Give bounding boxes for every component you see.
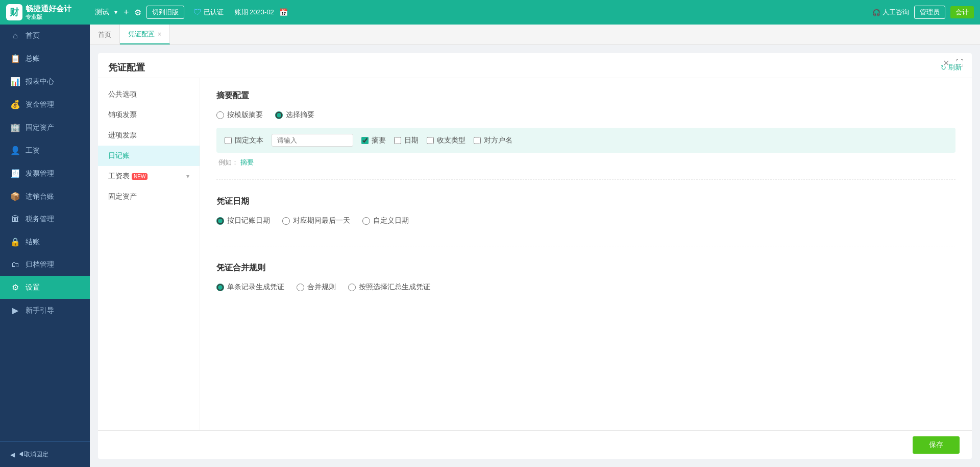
merge-section: 凭证合并规则 单条记录生成凭证 合并规则: [216, 263, 955, 312]
sidebar-label-settings: 设置: [26, 283, 40, 292]
logo-icon: 财: [6, 4, 22, 20]
content-area: ✕ ⛶ 凭证配置 ↻ 刷新 公共选项销项发票进项发票日记账工资表NEW▾固定资产: [90, 45, 980, 467]
left-nav-item-purchase_invoice[interactable]: 进项发票: [98, 125, 200, 146]
sidebar-item-invoice_mgmt[interactable]: 🧾发票管理: [0, 162, 90, 185]
sidebar-icon-close: 🔒: [10, 237, 20, 247]
company-chevron-icon[interactable]: ▾: [114, 9, 117, 16]
date-checkbox-label[interactable]: 日期: [394, 136, 419, 145]
page-body: 公共选项销项发票进项发票日记账工资表NEW▾固定资产 摘要配置 按模版摘要: [98, 78, 972, 430]
left-nav-item-payroll_table[interactable]: 工资表NEW▾: [98, 166, 200, 186]
example-value: 摘要: [240, 158, 254, 166]
sidebar-item-home[interactable]: ⌂首页: [0, 25, 90, 47]
switch-old-button[interactable]: 切到旧版: [146, 6, 184, 19]
sidebar-icon-home: ⌂: [10, 31, 20, 40]
left-nav-label-payroll_table: 工资表NEW: [108, 172, 148, 181]
fixed-text-input[interactable]: [272, 134, 353, 147]
period-last-radio[interactable]: [282, 217, 290, 225]
example-prefix: 例如：: [218, 158, 238, 166]
sidebar-item-ledger[interactable]: 📋总账: [0, 47, 90, 70]
date-section: 凭证日期 按日记账日期 对应期间最后一天: [216, 196, 955, 246]
sidebar-icon-assets: 🏢: [10, 123, 20, 132]
counterpart-checkbox-label[interactable]: 对方户名: [474, 136, 512, 145]
sidebar-label-payroll: 工资: [26, 146, 40, 155]
journal-date-radio[interactable]: [216, 217, 224, 225]
merge-rule-radio[interactable]: [297, 284, 304, 291]
sidebar-item-sales_ledger[interactable]: 📦进销台账: [0, 185, 90, 208]
sidebar-label-tax: 税务管理: [26, 215, 54, 224]
add-company-button[interactable]: +: [124, 7, 129, 18]
sidebar-label-sales_ledger: 进销台账: [26, 192, 54, 201]
date-checkbox[interactable]: [394, 137, 401, 144]
sidebar-item-reports[interactable]: 📊报表中心: [0, 70, 90, 93]
summary-checkbox-label[interactable]: 摘要: [361, 136, 386, 145]
merge-radio-group: 单条记录生成凭证 合并规则 按照选择汇总生成凭证: [216, 283, 955, 292]
left-nav-item-fixed_assets[interactable]: 固定资产: [98, 186, 200, 207]
custom-date-radio-text: 自定义日期: [373, 216, 409, 225]
summary-title: 摘要配置: [216, 90, 955, 101]
tab-close-voucher_config[interactable]: ×: [158, 31, 161, 38]
maximize-button[interactable]: ⛶: [955, 59, 964, 68]
select-merge-radio[interactable]: [348, 284, 356, 291]
fixed-text-checkbox-label[interactable]: 固定文本: [225, 136, 263, 145]
income-type-checkbox-label[interactable]: 收支类型: [427, 136, 465, 145]
sidebar-label-archive: 归档管理: [26, 260, 54, 269]
left-nav-item-journal[interactable]: 日记账: [98, 146, 200, 166]
sidebar-item-funds[interactable]: 💰资金管理: [0, 93, 90, 116]
pin-button[interactable]: ◀ ◀取消固定: [5, 447, 85, 462]
period-last-radio-label[interactable]: 对应期间最后一天: [282, 216, 350, 225]
select-radio-label[interactable]: 选择摘要: [275, 110, 314, 120]
pin-label: ◀取消固定: [18, 450, 48, 459]
admin-button[interactable]: 管理员: [914, 6, 945, 19]
single-radio[interactable]: [216, 284, 224, 291]
sidebar-item-close[interactable]: 🔒结账: [0, 230, 90, 253]
layout: ⌂首页📋总账📊报表中心💰资金管理🏢固定资产👤工资🧾发票管理📦进销台账🏛税务管理🔒…: [0, 25, 980, 467]
merge-rule-radio-text: 合并规则: [307, 283, 336, 292]
sidebar-item-archive[interactable]: 🗂归档管理: [0, 253, 90, 276]
sidebar-icon-ledger: 📋: [10, 54, 20, 63]
sidebar-label-home: 首页: [26, 31, 40, 40]
consult-label: 人工咨询: [883, 8, 909, 17]
left-nav-item-public[interactable]: 公共选项: [98, 84, 200, 105]
select-merge-radio-label[interactable]: 按照选择汇总生成凭证: [348, 283, 430, 292]
summary-section: 摘要配置 按模版摘要 选择摘要: [216, 90, 955, 180]
save-button[interactable]: 保存: [913, 436, 960, 454]
single-radio-label[interactable]: 单条记录生成凭证: [216, 283, 284, 292]
sidebar-label-reports: 报表中心: [26, 77, 54, 86]
sidebar-item-guide[interactable]: ▶新手引导: [0, 299, 90, 322]
settings-icon[interactable]: ⚙: [134, 8, 141, 17]
summary-checkbox[interactable]: [361, 137, 369, 144]
new-badge-payroll_table: NEW: [132, 173, 148, 180]
close-window-button[interactable]: ✕: [943, 58, 949, 68]
sidebar-item-tax[interactable]: 🏛税务管理: [0, 208, 90, 230]
sidebar-item-settings[interactable]: ⚙设置: [0, 276, 90, 299]
sidebar-label-funds: 资金管理: [26, 100, 54, 109]
left-nav-item-sales_invoice[interactable]: 销项发票: [98, 105, 200, 125]
consult-button[interactable]: 🎧 人工咨询: [872, 8, 909, 17]
main-area: 首页凭证配置× ✕ ⛶ 凭证配置 ↻ 刷新: [90, 25, 980, 467]
headset-icon: 🎧: [872, 9, 880, 16]
sidebar-scroll: ⌂首页📋总账📊报表中心💰资金管理🏢固定资产👤工资🧾发票管理📦进销台账🏛税务管理🔒…: [0, 25, 90, 441]
sidebar-icon-archive: 🗂: [10, 260, 20, 269]
template-radio[interactable]: [216, 111, 224, 119]
date-radio-group: 按日记账日期 对应期间最后一天 自定义日期: [216, 216, 955, 225]
counterpart-checkbox[interactable]: [474, 137, 481, 144]
template-radio-label[interactable]: 按模版摘要: [216, 110, 263, 120]
tab-home[interactable]: 首页: [90, 25, 120, 44]
merge-rule-radio-label[interactable]: 合并规则: [297, 283, 336, 292]
role-button[interactable]: 会计: [950, 6, 974, 18]
income-type-checkbox[interactable]: [427, 137, 434, 144]
custom-date-radio-label[interactable]: 自定义日期: [362, 216, 409, 225]
left-nav-label-sales_invoice: 销项发票: [108, 110, 137, 119]
calendar-icon[interactable]: 📅: [279, 8, 288, 16]
sidebar-label-invoice_mgmt: 发票管理: [26, 169, 54, 178]
sidebar-item-payroll[interactable]: 👤工资: [0, 139, 90, 162]
select-radio[interactable]: [275, 111, 283, 119]
custom-date-radio[interactable]: [362, 217, 370, 225]
period-last-radio-text: 对应期间最后一天: [293, 216, 350, 225]
summary-checkbox-row: 固定文本 摘要 日期: [216, 128, 955, 153]
fixed-text-checkbox[interactable]: [225, 137, 232, 144]
tab-voucher_config[interactable]: 凭证配置×: [120, 25, 170, 44]
sidebar-item-assets[interactable]: 🏢固定资产: [0, 116, 90, 139]
journal-date-radio-label[interactable]: 按日记账日期: [216, 216, 270, 225]
cert-label: 已认证: [204, 8, 224, 17]
